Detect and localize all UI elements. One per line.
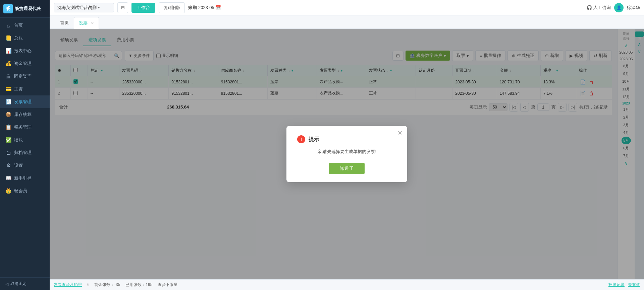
- sidebar-item-fixed-assets[interactable]: 🏛固定资产: [0, 70, 50, 83]
- settings-icon: ⚙: [5, 162, 11, 168]
- pin-icon: ◁: [5, 282, 8, 286]
- sidebar-item-reports[interactable]: 📊报表中心: [0, 45, 50, 57]
- sidebar-item-settings[interactable]: ⚙设置: [0, 159, 50, 172]
- cancel-pin-label: 取消固定: [10, 281, 26, 287]
- sidebar-item-guide[interactable]: 📖新手引导: [0, 172, 50, 185]
- period-label: 账期: [188, 5, 197, 11]
- discrepancy-info: 查验不限量: [158, 282, 178, 288]
- sidebar-item-payroll[interactable]: 💳工资: [0, 83, 50, 95]
- modal-confirm-button[interactable]: 知道了: [329, 163, 365, 174]
- sidebar-inventory-label: 库存核算: [14, 112, 32, 118]
- invoice-icon: 🧾: [5, 99, 11, 105]
- period-value: 2023-05: [198, 5, 214, 10]
- topbar: 沈海英测试经营勿删 ▾ ⊟ 工作台 切到旧版 账期 2023-05 📅 🎧 人工…: [50, 0, 644, 15]
- sidebar-fixed-assets-label: 固定资产: [14, 73, 32, 79]
- sidebar-item-ledger[interactable]: 📒总账: [0, 32, 50, 45]
- sidebar-item-archive[interactable]: 🗂归档管理: [0, 146, 50, 159]
- sidebar-footer-cancel-pin[interactable]: ◁ 取消固定: [0, 277, 50, 290]
- tab-invoice[interactable]: 发票 ✕: [74, 17, 99, 29]
- switch-version-button[interactable]: 切到旧版: [159, 2, 185, 13]
- tab-home[interactable]: 首页: [55, 17, 74, 28]
- modal-close-button[interactable]: ✕: [397, 130, 402, 136]
- used-count: 已用张数：195: [125, 282, 152, 288]
- sidebar: 畅 畅捷通易代账 ⌂首页📒总账📊报表中心💰资金管理🏛固定资产💳工资🧾发票管理📦库…: [0, 0, 50, 290]
- inventory-icon: 📦: [5, 112, 11, 118]
- sidebar-invoice-label: 发票管理: [14, 99, 32, 105]
- guide-icon: 📖: [5, 175, 11, 181]
- customer-service-button[interactable]: 🎧 人工咨询: [587, 5, 611, 11]
- info-icon: ℹ: [87, 283, 89, 287]
- service-label: 人工咨询: [593, 5, 611, 11]
- print-button[interactable]: ⊟: [117, 2, 128, 13]
- workspace-button[interactable]: 工作台: [131, 3, 155, 13]
- sidebar-item-inventory[interactable]: 📦库存核算: [0, 108, 50, 121]
- period-display: 账期 2023-05 📅: [188, 5, 221, 11]
- tab-invoice-close[interactable]: ✕: [91, 21, 94, 25]
- sidebar-nav: ⌂首页📒总账📊报表中心💰资金管理🏛固定资产💳工资🧾发票管理📦库存核算📋税务管理✅…: [0, 18, 50, 277]
- tab-bar: 首页 发票 ✕: [50, 15, 644, 29]
- modal-dialog: ✕ ! 提示 亲,请先选择要生成单据的发票! 知道了: [286, 126, 407, 182]
- logo-text: 畅捷通易代账: [15, 6, 41, 12]
- calendar-icon[interactable]: 📅: [216, 5, 221, 10]
- sidebar-item-member[interactable]: 👑畅会员: [0, 185, 50, 197]
- modal-warning-icon: !: [297, 135, 305, 143]
- company-selector[interactable]: 沈海英测试经营勿删 ▾: [54, 3, 114, 12]
- ledger-icon: 📒: [5, 35, 11, 41]
- modal-body: 亲,请先选择要生成单据的发票!: [297, 149, 396, 155]
- sidebar-archive-label: 归档管理: [14, 150, 32, 156]
- sidebar-funds-label: 资金管理: [14, 61, 32, 67]
- sidebar-logo: 畅 畅捷通易代账: [0, 0, 50, 18]
- sidebar-home-label: 首页: [14, 22, 23, 28]
- sidebar-tax-label: 税务管理: [14, 124, 32, 130]
- main-area: 沈海英测试经营勿删 ▾ ⊟ 工作台 切到旧版 账期 2023-05 📅 🎧 人工…: [50, 0, 644, 290]
- modal-title: 提示: [309, 136, 319, 143]
- modal-header: ! 提示: [297, 135, 396, 143]
- company-name: 沈海英测试经营勿删: [57, 5, 97, 11]
- sidebar-payroll-label: 工资: [14, 86, 23, 92]
- tab-invoice-label: 发票: [79, 20, 88, 25]
- modal-footer: 知道了: [297, 163, 396, 174]
- archive-icon: 🗂: [5, 150, 11, 156]
- headset-icon: 🎧: [587, 5, 592, 10]
- settle-icon: ✅: [5, 137, 11, 143]
- sidebar-item-funds[interactable]: 💰资金管理: [0, 57, 50, 70]
- chevron-down-icon: ▾: [98, 5, 100, 10]
- funds-icon: 💰: [5, 61, 11, 67]
- sidebar-guide-label: 新手引导: [14, 175, 32, 181]
- sidebar-reports-label: 报表中心: [14, 48, 32, 54]
- invoice-check-link[interactable]: 发票查验及拍照: [54, 282, 82, 288]
- sidebar-item-home[interactable]: ⌂首页: [0, 19, 50, 32]
- bottom-bar-right: 扫腾记录 去充值: [608, 282, 640, 288]
- sidebar-ledger-label: 总账: [14, 35, 23, 41]
- sidebar-settle-label: 结账: [14, 137, 23, 143]
- tab-home-label: 首页: [60, 20, 69, 25]
- reports-icon: 📊: [5, 48, 11, 54]
- sidebar-item-settle[interactable]: ✅结账: [0, 134, 50, 146]
- sidebar-member-label: 畅会员: [14, 188, 27, 194]
- sidebar-item-tax[interactable]: 📋税务管理: [0, 121, 50, 134]
- bottom-bar: 发票查验及拍照 ℹ 剩余张数：-35 已用张数：195 查验不限量 扫腾记录 去…: [50, 279, 644, 290]
- payroll-icon: 💳: [5, 86, 11, 92]
- sidebar-item-invoice[interactable]: 🧾发票管理: [0, 95, 50, 108]
- fixed-assets-icon: 🏛: [5, 74, 11, 79]
- logo-icon: 畅: [3, 4, 13, 13]
- home-icon: ⌂: [5, 23, 11, 28]
- username-label: 徐泽华: [627, 5, 640, 11]
- user-avatar[interactable]: 👤: [614, 3, 624, 12]
- member-icon: 👑: [5, 188, 11, 194]
- recharge-link[interactable]: 去充值: [628, 282, 640, 288]
- scan-record-link[interactable]: 扫腾记录: [608, 282, 625, 288]
- printer-icon: ⊟: [121, 5, 125, 10]
- tax-icon: 📋: [5, 124, 11, 130]
- avatar-icon: 👤: [616, 5, 622, 10]
- content-area: 销项发票 进项发票 费用小票 🔍 ▼ 更多: [50, 29, 644, 279]
- modal-overlay: ✕ ! 提示 亲,请先选择要生成单据的发票! 知道了: [50, 29, 644, 279]
- remaining-count: 剩余张数：-35: [94, 282, 120, 288]
- sidebar-settings-label: 设置: [14, 162, 23, 168]
